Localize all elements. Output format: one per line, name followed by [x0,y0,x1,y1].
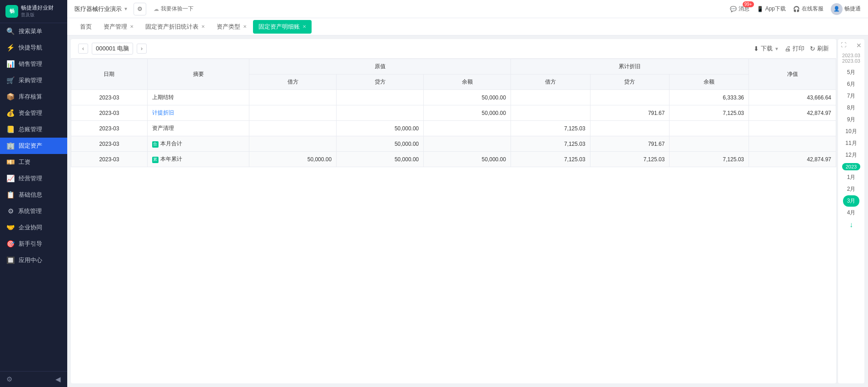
sidebar-item-label: 新手引导 [19,240,42,248]
refresh-button[interactable]: ↻ 刷新 [810,45,829,53]
download-icon: 📱 [757,6,764,12]
tab-fixed-detail-label: 固定资产明细账 [258,23,300,31]
avatar-icon: 👤 [833,6,840,12]
fixed-assets-icon: 🏢 [6,142,15,150]
company-selector[interactable]: 医疗器械行业演示 ▼ [74,5,128,13]
sidebar-item-fixed-assets[interactable]: 🏢 固定资产 [0,138,67,154]
cloud-icon: ☁ [154,6,159,12]
tab-asset-type-close[interactable]: ✕ [243,24,247,29]
sidebar-item-label: 企业协同 [19,223,42,232]
table-cell-orig-balance: 50,000.00 [424,105,511,121]
tab-asset-type[interactable]: 资产类型 ✕ [211,20,252,34]
timeline-month[interactable]: 7月 [843,90,859,102]
timeline-month[interactable]: 6月 [843,79,859,90]
print-button[interactable]: 🖨 打印 [784,45,804,53]
basic-info-icon: 📋 [6,191,15,199]
col-orig-balance: 余额 [424,74,511,90]
message-badge: 99+ [743,1,754,7]
sidebar-item-operation[interactable]: 📈 经营管理 [0,170,67,187]
user-name: 畅捷通 [844,5,861,13]
user-info[interactable]: 👤 畅捷通 [831,3,861,15]
sidebar-logo: 畅 畅捷通好业财 普及版 [0,0,67,23]
sidebar-item-ledger[interactable]: 📒 总账管理 [0,121,67,138]
table-cell-orig-credit: 50,000.00 [337,152,424,167]
print-icon: 🖨 [784,45,791,52]
sidebar: 畅 畅捷通好业财 普及版 🔍 搜索菜单 ⚡ 快捷导航 📊 销售管理 🛒 采购管理… [0,0,67,387]
sidebar-item-search[interactable]: 🔍 搜索菜单 [0,23,67,40]
timeline-month[interactable]: 3月 [843,195,859,207]
sidebar-item-quick-nav[interactable]: ⚡ 快捷导航 [0,40,67,56]
sidebar-item-label: 快捷导航 [19,44,42,52]
topbar-right: 💬 消息 99+ 📱 App下载 🎧 在线客服 👤 畅捷通 [730,3,861,15]
refresh-label: 刷新 [817,45,829,53]
timeline-month[interactable]: 2月 [843,184,859,195]
sidebar-item-system[interactable]: ⚙ 系统管理 [0,203,67,219]
timeline-close-button[interactable]: ✕ [856,42,862,49]
asset-prev-button[interactable]: ‹ [78,44,88,54]
table-cell-desc: 计提折旧 [147,105,249,121]
timeline-panel: ✕ ⛶ 2023.03 2023.03 5月6月7月8月9月10月11月12月 … [838,39,864,383]
table-cell-dep-credit: 7,125.03 [590,152,670,167]
download-button[interactable]: 📱 App下载 [757,5,786,13]
company-name: 医疗器械行业演示 [74,5,122,13]
tab-asset-manage-close[interactable]: ✕ [130,24,134,29]
message-icon: 💬 [730,6,737,12]
service-label: 在线客服 [802,5,823,13]
asset-next-button[interactable]: › [137,44,147,54]
tab-asset-manage[interactable]: 资产管理 ✕ [98,20,139,34]
sidebar-item-capital[interactable]: 💰 资金管理 [0,105,67,121]
timeline-month[interactable]: 5月 [843,67,859,78]
sidebar-item-guide[interactable]: 🎯 新手引导 [0,236,67,252]
tab-fixed-depreciation-close[interactable]: ✕ [201,24,205,29]
download-label: App下载 [765,5,786,13]
col-dep-balance: 余额 [670,74,749,90]
timeline-month[interactable]: 11月 [843,138,859,149]
sidebar-item-inventory[interactable]: 📦 库存核算 [0,89,67,105]
payroll-icon: 💴 [6,158,15,166]
tab-home[interactable]: 首页 [74,20,97,34]
col-orig-debit: 借方 [249,74,337,90]
table-cell-orig-debit: 50,000.00 [249,152,337,167]
asset-id-display: 000001 电脑 [92,43,133,55]
timeline-month[interactable]: 9月 [843,114,859,125]
download-button[interactable]: ⬇ 下载 ▼ [754,45,779,53]
sidebar-item-payroll[interactable]: 💴 工资 [0,154,67,170]
tab-fixed-detail-close[interactable]: ✕ [303,24,306,29]
timeline-month[interactable]: 12月 [843,149,859,161]
topbar-settings-button[interactable]: ⚙ [134,3,146,15]
logo-text: 畅捷通好业财 普及版 [21,5,54,18]
tab-fixed-detail[interactable]: 固定资产明细账 ✕ [253,20,312,34]
sidebar-bottom: ⚙ ◀ [0,371,67,387]
service-button[interactable]: 🎧 在线客服 [793,5,823,13]
timeline-expand-button[interactable]: ⛶ [841,42,846,48]
tab-fixed-depreciation[interactable]: 固定资产折旧统计表 ✕ [140,20,210,34]
timeline-month[interactable]: 8月 [843,102,859,114]
table-cell-net [749,136,836,152]
sidebar-item-label: 采购管理 [19,76,42,84]
timeline-month[interactable]: 4月 [843,207,859,218]
table-cell-date: 2023-03 [71,136,148,152]
timeline-year-badge: 2023 [842,163,860,170]
trial-button[interactable]: ☁ 我要体验一下 [154,5,193,13]
table-cell-orig-credit: 50,000.00 [337,136,424,152]
sidebar-item-purchase[interactable]: 🛒 采购管理 [0,72,67,89]
sidebar-item-sales[interactable]: 📊 销售管理 [0,56,67,72]
detail-table: 日期 摘要 原值 累计折旧 净值 借方 贷方 余额 借方 贷方 余额 [71,59,836,167]
collapse-icon[interactable]: ◀ [55,375,61,383]
timeline-month[interactable]: 10月 [843,126,859,137]
sidebar-item-basic-info[interactable]: 📋 基础信息 [0,187,67,203]
table-cell-dep-balance [670,136,749,152]
sidebar-item-enterprise[interactable]: 🤝 企业协同 [0,219,67,236]
sidebar-item-app-center[interactable]: 🔲 应用中心 [0,252,67,268]
col-orig-credit: 贷方 [337,74,424,90]
service-icon: 🎧 [793,6,800,12]
timeline-scroll-down[interactable]: ↓ [849,221,853,229]
timeline-month[interactable]: 1月 [843,172,859,183]
sidebar-item-label: 应用中心 [19,256,42,264]
message-button[interactable]: 💬 消息 99+ [730,5,749,13]
settings-bottom-icon[interactable]: ⚙ [6,375,12,383]
table-cell-desc: 合本月合计 [147,136,249,152]
tab-home-label: 首页 [80,23,92,31]
sidebar-item-label: 销售管理 [19,60,42,68]
table-cell-orig-balance [424,121,511,136]
